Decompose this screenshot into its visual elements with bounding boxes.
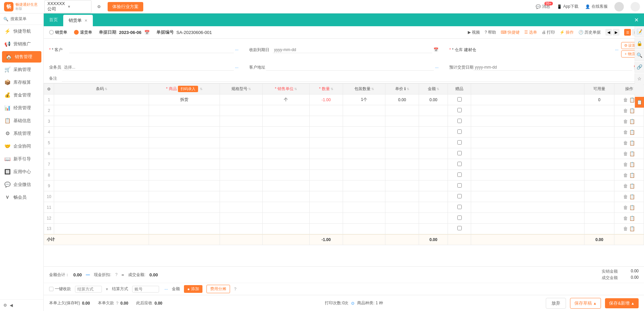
sidebar-item-app-center[interactable]: 🔲 应用中心 (0, 165, 43, 178)
customer-input[interactable] (69, 47, 234, 53)
row-unit-price[interactable] (385, 159, 419, 170)
row-remark[interactable] (471, 148, 584, 159)
scan-barcode-button[interactable]: 扫码录入 (178, 86, 198, 92)
sidebar-item-base-info[interactable]: 📋 基础信息 (0, 114, 43, 127)
row-unit[interactable] (262, 191, 309, 202)
row-unit[interactable] (262, 159, 309, 170)
row-pack-qty[interactable] (343, 213, 385, 224)
add-button[interactable]: ● 添加 (184, 285, 202, 293)
video-btn[interactable]: ▶ 视频 (468, 30, 480, 35)
fee-info-icon[interactable]: ? (234, 287, 236, 291)
message-button[interactable]: 💬 消息 99+ (536, 4, 550, 9)
sidebar-item-wechat[interactable]: 💬 企业微信 (0, 178, 43, 191)
copy-icon[interactable]: 📋 (629, 129, 635, 135)
delete-icon[interactable]: 🗑 (623, 226, 628, 231)
row-amount[interactable] (419, 138, 448, 148)
row-amount[interactable] (419, 191, 448, 202)
sidebar-item-marketing[interactable]: 📢 营销推广 (0, 38, 43, 50)
row-remark[interactable] (471, 202, 584, 213)
account-input[interactable] (132, 286, 159, 293)
app-download-button[interactable]: 📱 App下载 (557, 4, 578, 9)
row-unit-price[interactable] (385, 170, 419, 181)
note-input[interactable] (62, 75, 639, 82)
row-amount[interactable] (419, 224, 448, 234)
row-remark[interactable] (471, 138, 584, 148)
row-unit-price[interactable] (385, 181, 419, 191)
row-gift[interactable] (448, 181, 471, 191)
delete-icon[interactable]: 🗑 (623, 162, 628, 167)
warehouse-value[interactable]: 建材仓 (463, 46, 614, 53)
col-gear[interactable]: ⚙ (44, 84, 54, 94)
row-qty[interactable] (309, 138, 343, 148)
expected-date-input[interactable] (473, 64, 632, 71)
row-barcode[interactable] (54, 213, 149, 224)
row-remark[interactable] (471, 159, 584, 170)
sidebar-item-system[interactable]: ⚙ 系统管理 (0, 127, 43, 140)
delete-icon[interactable]: 🗑 (623, 205, 628, 210)
settings-icon[interactable]: ⚙ (94, 2, 104, 11)
tab-bar-close-btn[interactable]: ✕ (632, 17, 641, 23)
delete-icon[interactable]: 🗑 (623, 108, 628, 113)
row-spec[interactable] (220, 170, 262, 181)
row-amount[interactable] (419, 105, 448, 116)
row-spec[interactable] (220, 191, 262, 202)
row-barcode[interactable] (54, 138, 149, 148)
row-pack-qty[interactable] (343, 105, 385, 116)
row-unit[interactable] (262, 181, 309, 191)
row-qty[interactable] (309, 213, 343, 224)
row-amount[interactable] (419, 148, 448, 159)
row-gift[interactable] (448, 159, 471, 170)
sidebar-item-capital[interactable]: 💰 资金管理 (0, 89, 43, 102)
row-spec[interactable] (220, 148, 262, 159)
trial-button[interactable]: 体验行业方案 (108, 2, 143, 11)
row-remark[interactable] (471, 213, 584, 224)
calc-method-chevron[interactable]: ▾ (106, 287, 108, 291)
table-container[interactable]: ⚙ 条码⇅ * 商品 扫码录入 ⇅ 规格型号⇅ * 销售单位⇅ * 数量⇅ 包装… (44, 83, 644, 266)
delete-icon[interactable]: 🗑 (623, 183, 628, 189)
copy-icon[interactable]: 📋 (629, 151, 635, 156)
row-barcode[interactable] (54, 181, 149, 191)
row-remark[interactable] (471, 224, 584, 234)
row-barcode[interactable] (54, 170, 149, 181)
row-pack-qty[interactable] (343, 159, 385, 170)
row-unit[interactable] (262, 224, 309, 234)
row-barcode[interactable] (54, 116, 149, 127)
row-qty[interactable] (309, 191, 343, 202)
row-unit-price[interactable] (385, 224, 419, 234)
copy-icon[interactable]: 📋 (629, 140, 635, 146)
customer-more-icon[interactable]: ··· (235, 47, 238, 52)
row-gift[interactable] (448, 116, 471, 127)
row-pack-qty[interactable] (343, 138, 385, 148)
row-unit-price[interactable] (385, 213, 419, 224)
addr-more-icon[interactable]: ··· (435, 65, 439, 70)
copy-icon[interactable]: 📋 (629, 108, 635, 113)
row-remark[interactable] (471, 105, 584, 116)
row-qty[interactable] (309, 105, 343, 116)
row-pack-qty[interactable] (343, 170, 385, 181)
sidebar-item-quick-nav[interactable]: ⚡ 快捷导航 (0, 25, 43, 38)
row-pack-qty[interactable] (343, 224, 385, 234)
copy-icon[interactable]: 📋 (629, 205, 635, 210)
float-zoom[interactable]: 🔍 (635, 50, 644, 61)
row-unit-price[interactable] (385, 127, 419, 138)
row-product[interactable] (149, 170, 220, 181)
row-barcode[interactable] (54, 191, 149, 202)
prev-arrow[interactable]: ◀ (605, 29, 612, 36)
sidebar-item-vip[interactable]: V 畅会员 (0, 191, 43, 204)
account-more-icon[interactable]: ··· (164, 287, 168, 291)
sidebar-item-operations[interactable]: 📊 经营管理 (0, 102, 43, 114)
row-gift[interactable] (448, 105, 471, 116)
row-remark[interactable] (471, 191, 584, 202)
row-barcode[interactable] (54, 148, 149, 159)
row-barcode[interactable] (54, 224, 149, 234)
sidebar-item-purchase[interactable]: 🛒 采购管理 (0, 63, 43, 76)
row-unit[interactable] (262, 105, 309, 116)
row-pack-qty[interactable] (343, 202, 385, 213)
product-type-info[interactable]: ⊙ (351, 301, 354, 306)
row-remark[interactable] (471, 116, 584, 127)
sidebar-collapse-icon[interactable]: ◀ (10, 303, 13, 308)
row-product[interactable] (149, 116, 220, 127)
tab-sales-order[interactable]: 销货单 ✕ (63, 15, 93, 26)
row-gift[interactable] (448, 170, 471, 181)
row-qty[interactable]: -1.00 (309, 94, 343, 105)
